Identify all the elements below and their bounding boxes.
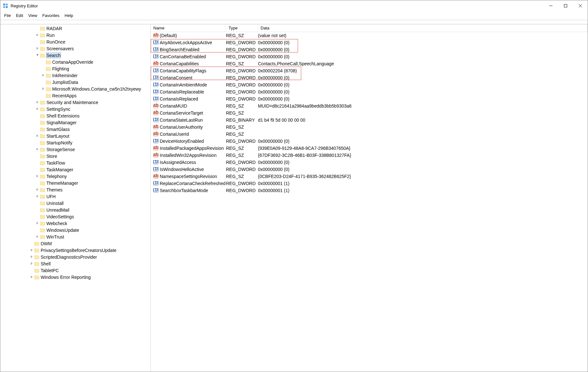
tree-label[interactable]: TaskFlow	[46, 160, 65, 166]
tree-label[interactable]: RADAR	[46, 26, 62, 31]
expand-icon[interactable]	[35, 107, 40, 111]
tree-node[interactable]: Shell Extensions	[0, 112, 150, 119]
column-type[interactable]: Type	[226, 24, 258, 32]
expand-icon[interactable]	[29, 275, 34, 279]
menu-view[interactable]: View	[26, 12, 40, 19]
value-row[interactable]: CortanaCapabilitiesREG_SZContacts,PhoneC…	[151, 60, 588, 67]
value-row[interactable]: CortanaUserIdREG_SZ	[151, 131, 588, 138]
expand-icon[interactable]	[35, 33, 40, 37]
expand-icon[interactable]	[35, 101, 40, 104]
expand-icon[interactable]	[35, 222, 40, 225]
minimize-button[interactable]	[544, 0, 558, 11]
value-row[interactable]: CortanaMUIDREG_SZMUID=d8c21641a2984aa9be…	[151, 102, 588, 109]
list-pane[interactable]: Name Type Data (Default)REG_SZ(value not…	[151, 24, 588, 372]
tree-label[interactable]: SettingSync	[46, 107, 70, 112]
tree-label[interactable]: Run	[46, 33, 55, 38]
expand-icon[interactable]	[35, 47, 40, 50]
tree-label[interactable]: Shell	[41, 261, 51, 266]
value-row[interactable]: CortanaIsReplaceableREG_DWORD0x00000000 …	[151, 88, 588, 95]
tree-node[interactable]: JumplistData	[0, 79, 150, 85]
tree-node[interactable]: StorageSense	[0, 146, 150, 153]
tree-label[interactable]: Shell Extensions	[46, 113, 80, 118]
tree-label[interactable]: ThemeManager	[46, 181, 78, 186]
tree-label[interactable]: WinTrust	[46, 234, 64, 239]
tree-pane[interactable]: RADARRunRunOnceScreensaversSearchCortana…	[0, 24, 151, 372]
value-row[interactable]: InstalledWin32AppsRevisionREG_SZ{67DF369…	[151, 152, 588, 159]
column-data[interactable]: Data	[258, 24, 588, 32]
value-row[interactable]: CortanaCapabilityFlagsREG_DWORD0x0000220…	[151, 67, 588, 74]
tree-node[interactable]: ScriptedDiagnosticsProvider	[0, 254, 150, 260]
tree-label[interactable]: PrivacySettingsBeforeCreatorsUpdate	[41, 248, 117, 253]
tree-node[interactable]: Uninstall	[0, 200, 150, 206]
value-row[interactable]: CanCortanaBeEnabledREG_DWORD0x00000000 (…	[151, 53, 588, 60]
tree-node[interactable]: Security and Maintenance	[0, 99, 150, 106]
tree-node[interactable]: PrivacySettingsBeforeCreatorsUpdate	[0, 247, 150, 254]
expand-icon[interactable]	[35, 174, 40, 178]
value-row[interactable]: IsWindowsHelloActiveREG_DWORD0x00000000 …	[151, 166, 588, 173]
tree-label[interactable]: TaskManager	[46, 167, 73, 172]
tree-node[interactable]: InkReminder	[0, 72, 150, 79]
expand-icon[interactable]	[35, 148, 40, 151]
tree-node[interactable]: Telephony	[0, 173, 150, 180]
tree-label[interactable]: Store	[46, 154, 57, 159]
tree-label[interactable]: Security and Maintenance	[46, 100, 98, 105]
tree-node[interactable]: StartupNotify	[0, 139, 150, 146]
tree-node[interactable]: Search	[0, 52, 150, 59]
tree-label[interactable]: Microsoft.Windows.Cortana_cw5n1h2txyewy	[52, 86, 141, 92]
collapse-icon[interactable]	[35, 53, 40, 57]
expand-icon[interactable]	[35, 235, 40, 239]
value-row[interactable]: CortanaServiceTargetREG_SZ	[151, 109, 588, 117]
expand-icon[interactable]	[35, 134, 40, 138]
tree-label[interactable]: Telephony	[46, 174, 67, 179]
tree-node[interactable]: StartLayout	[0, 133, 150, 139]
value-row[interactable]: NamespaceSettingsRevisionREG_SZ{0CBFE203…	[151, 173, 588, 180]
tree-node[interactable]: Themes	[0, 186, 150, 193]
tree-label[interactable]: UFH	[46, 194, 56, 199]
tree-label[interactable]: VideoSettings	[46, 214, 74, 219]
tree-node[interactable]: TabletPC	[0, 267, 150, 274]
expand-icon[interactable]	[29, 248, 34, 252]
tree-node[interactable]: Shell	[0, 260, 150, 267]
expand-icon[interactable]	[29, 255, 34, 259]
tree-label[interactable]: SignalManager	[46, 120, 77, 125]
tree-node[interactable]: UnreadMail	[0, 206, 150, 213]
tree-label[interactable]: RunOnce	[46, 39, 65, 44]
tree-node[interactable]: TaskFlow	[0, 159, 150, 166]
tree-node[interactable]: SignalManager	[0, 119, 150, 126]
tree-node[interactable]: Flighting	[0, 65, 150, 72]
tree-node[interactable]: ThemeManager	[0, 180, 150, 186]
tree-node[interactable]: RecentApps	[0, 92, 150, 99]
tree-label[interactable]: Flighting	[52, 66, 69, 71]
value-row[interactable]: BingSearchEnabledREG_DWORD0x00000000 (0)	[151, 46, 588, 53]
value-row[interactable]: DeviceHistoryEnabledREG_DWORD0x00000000 …	[151, 138, 588, 145]
tree-node[interactable]: DWM	[0, 240, 150, 247]
tree-node[interactable]: Windows Error Reporting	[0, 274, 150, 280]
value-row[interactable]: CortanaUserAuthorityREG_SZ	[151, 124, 588, 131]
tree-node[interactable]: Run	[0, 32, 150, 38]
expand-icon[interactable]	[41, 74, 46, 77]
tree-node[interactable]: SettingSync	[0, 106, 150, 112]
tree-label[interactable]: StorageSense	[46, 147, 75, 152]
tree-label[interactable]: ScriptedDiagnosticsProvider	[41, 255, 97, 260]
expand-icon[interactable]	[35, 188, 40, 191]
tree-label[interactable]: Themes	[46, 187, 63, 192]
value-row[interactable]: AnyAboveLockAppsActiveREG_DWORD0x0000000…	[151, 39, 588, 46]
tree-label[interactable]: SmartGlass	[46, 127, 70, 132]
tree-label[interactable]: StartupNotify	[46, 140, 72, 145]
tree-node[interactable]: CortanaAppOverride	[0, 59, 150, 65]
value-row[interactable]: CortanaIsReplacedREG_DWORD0x00000000 (0)	[151, 95, 588, 102]
menu-help[interactable]: Help	[62, 12, 76, 19]
close-button[interactable]	[573, 0, 588, 11]
tree-label[interactable]: Search	[46, 53, 60, 58]
tree-node[interactable]: Store	[0, 153, 150, 159]
tree-label[interactable]: Windows Error Reporting	[41, 275, 91, 280]
tree-node[interactable]: SmartGlass	[0, 126, 150, 133]
tree-label[interactable]: RecentApps	[52, 93, 77, 98]
tree-label[interactable]: UnreadMail	[46, 207, 69, 213]
tree-label[interactable]: Uninstall	[46, 201, 64, 206]
tree-node[interactable]: UFH	[0, 193, 150, 200]
menu-edit[interactable]: Edit	[13, 12, 26, 19]
value-row[interactable]: SearchboxTaskbarModeREG_DWORD0x00000001 …	[151, 187, 588, 194]
menu-file[interactable]: File	[2, 12, 13, 19]
tree-label[interactable]: WindowsUpdate	[46, 228, 79, 233]
